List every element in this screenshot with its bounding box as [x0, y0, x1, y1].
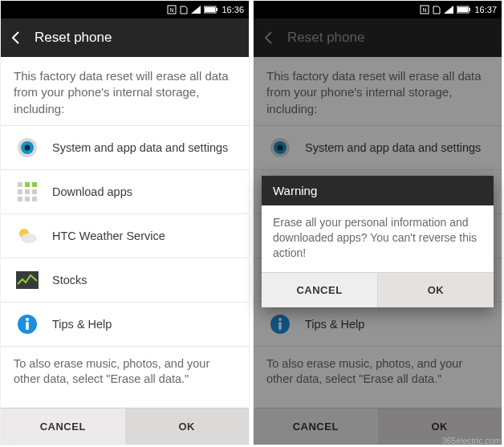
- stocks-icon: [14, 266, 41, 294]
- footnote-text: To also erase music, photos, and your ot…: [254, 346, 502, 394]
- svg-rect-13: [32, 189, 37, 194]
- svg-text:N: N: [170, 7, 174, 13]
- back-icon: [262, 30, 276, 45]
- svg-rect-10: [32, 182, 37, 187]
- list-item: System and app data and settings: [254, 125, 502, 169]
- list-item-label: Download apps: [52, 185, 132, 198]
- app-bar: Reset phone: [1, 18, 249, 57]
- list-item-label: Tips & Help: [52, 318, 112, 331]
- info-icon: [14, 311, 41, 338]
- list-item-label: Stocks: [52, 274, 87, 286]
- list-item-label: System and app data and settings: [52, 141, 228, 154]
- reset-items-list: System and app data and settings Downloa…: [1, 125, 249, 346]
- page-title: Reset phone: [287, 30, 364, 46]
- watermark-text: 365electric.com: [442, 437, 501, 445]
- intro-text: This factory data reset will erase all d…: [254, 57, 502, 125]
- dialog-body: Erase all your personal information and …: [262, 205, 494, 272]
- status-time: 16:36: [222, 5, 244, 14]
- ok-button[interactable]: OK: [125, 408, 250, 445]
- page-title: Reset phone: [35, 30, 112, 46]
- svg-point-30: [278, 144, 283, 150]
- button-bar: CANCEL OK: [1, 408, 249, 445]
- weather-icon: [14, 222, 41, 250]
- settings-gear-icon: [14, 134, 41, 161]
- sim-icon: [180, 5, 188, 14]
- app-bar: Reset phone: [254, 18, 502, 57]
- cancel-button[interactable]: CANCEL: [1, 408, 125, 445]
- svg-rect-45: [278, 322, 282, 330]
- battery-icon: [457, 6, 471, 14]
- svg-point-18: [21, 234, 37, 243]
- svg-rect-14: [18, 197, 22, 201]
- nfc-icon: N: [167, 5, 177, 14]
- status-bar: N 16:36: [1, 1, 249, 18]
- list-item-label: Tips & Help: [305, 318, 364, 331]
- svg-rect-8: [18, 182, 22, 187]
- list-item: Tips & Help: [1, 302, 249, 346]
- signal-icon: [444, 6, 453, 14]
- svg-rect-9: [25, 182, 30, 187]
- battery-icon: [204, 6, 218, 14]
- apps-grid-icon: [14, 178, 41, 205]
- svg-point-7: [25, 144, 30, 150]
- dialog-ok-button[interactable]: OK: [377, 273, 494, 307]
- svg-point-21: [26, 318, 29, 321]
- list-item: Download apps: [1, 169, 249, 213]
- status-bar: N 16:37: [254, 1, 502, 18]
- info-icon: [266, 311, 294, 338]
- list-item-label: HTC Weather Service: [52, 230, 165, 242]
- svg-rect-15: [25, 197, 30, 201]
- cancel-button: CANCEL: [254, 408, 378, 445]
- status-time: 16:37: [474, 5, 497, 14]
- nfc-icon: N: [420, 5, 429, 14]
- svg-rect-12: [25, 189, 30, 194]
- svg-rect-16: [32, 197, 37, 201]
- footnote-text: To also erase music, photos, and your ot…: [1, 346, 249, 394]
- signal-icon: [191, 6, 201, 14]
- phone-screen-left: N 16:36 Reset phone This factory data re…: [0, 0, 250, 445]
- svg-text:N: N: [423, 7, 427, 13]
- phone-screen-right: N 16:37 Reset phone This factory data re…: [253, 0, 502, 445]
- list-item: Stocks: [1, 258, 249, 302]
- list-item: System and app data and settings: [1, 125, 249, 169]
- list-item-label: System and app data and settings: [305, 141, 481, 154]
- svg-rect-26: [469, 8, 470, 11]
- svg-rect-22: [26, 322, 29, 330]
- content-area: This factory data reset will erase all d…: [1, 57, 249, 408]
- dialog-title: Warning: [262, 176, 494, 205]
- sim-icon: [433, 5, 441, 14]
- svg-rect-3: [216, 8, 217, 11]
- dialog-button-bar: CANCEL OK: [262, 272, 494, 307]
- dialog-cancel-button[interactable]: CANCEL: [262, 273, 377, 307]
- list-item: HTC Weather Service: [1, 213, 249, 258]
- settings-gear-icon: [266, 134, 294, 161]
- list-item: Tips & Help: [254, 302, 502, 346]
- svg-rect-4: [205, 7, 215, 12]
- back-icon[interactable]: [9, 30, 23, 45]
- svg-rect-27: [457, 7, 468, 12]
- intro-text: This factory data reset will erase all d…: [1, 57, 249, 125]
- svg-point-44: [278, 318, 282, 321]
- svg-rect-11: [18, 189, 22, 194]
- warning-dialog: Warning Erase all your personal informat…: [262, 176, 494, 307]
